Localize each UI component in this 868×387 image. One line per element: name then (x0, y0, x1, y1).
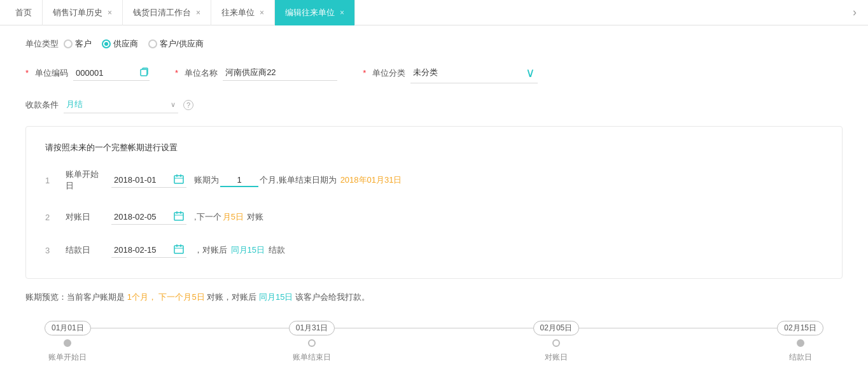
timeline-badge-3: 02月05日 (533, 321, 580, 335)
tab-partner-label: 往来单位 (221, 7, 255, 18)
svg-rect-5 (174, 213, 183, 220)
payment-terms-select[interactable]: 月结 ∨ (64, 96, 178, 113)
row-1-desc-prefix: 账期为 (194, 174, 219, 186)
preview-suffix: 该客户会给我打款。 (295, 292, 370, 302)
panel-title: 请按照未来的一个完整帐期进行设置 (45, 142, 823, 153)
tab-cash-work-label: 钱货日清工作台 (133, 7, 191, 18)
radio-supplier[interactable]: 供应商 (102, 38, 138, 50)
setting-row-1: 1 账单开始日 账期为 个月,账单结束日期为 2018年01月31日 (45, 169, 823, 192)
row-2-label: 对账日 (66, 211, 104, 223)
row-2-highlight-day: 月5日 (223, 211, 244, 223)
preview-period: 1个月， (127, 292, 157, 302)
radio-customer[interactable]: 客户 (64, 38, 92, 50)
tab-cash-work[interactable]: 钱货日清工作台 × (123, 0, 211, 25)
timeline-badge-4: 02月15日 (777, 321, 823, 335)
timeline-dot-1 (64, 339, 71, 347)
row-3-date-field (111, 243, 186, 258)
tab-partner-close[interactable]: × (260, 8, 264, 17)
timeline-label-4: 结款日 (789, 352, 812, 363)
svg-rect-1 (174, 176, 183, 183)
tab-more-button[interactable]: › (846, 6, 863, 19)
radio-both-label: 客户/供应商 (160, 38, 204, 50)
row-3-desc-suffix: 结款 (269, 244, 285, 256)
unit-name-input[interactable] (223, 66, 337, 81)
radio-supplier-label: 供应商 (113, 38, 138, 50)
main-content: 单位类型 客户 供应商 客户/供应商 * 单位编码 (0, 25, 868, 387)
timeline-point-2: 01月31日 账单结束日 (289, 321, 335, 363)
row-1-date-field (111, 172, 186, 188)
row-2-desc-prefix: ,下一个 (194, 211, 221, 223)
radio-customer-circle (64, 39, 73, 48)
unit-code-copy-icon[interactable] (139, 67, 150, 79)
unit-type-label: 单位类型 (25, 38, 59, 50)
timeline-dot-2 (308, 339, 316, 347)
timeline: 01月01日 账单开始日 01月31日 账单结束日 02月05日 对账日 02月… (25, 321, 843, 363)
svg-rect-0 (141, 69, 147, 76)
payment-terms-item: 收款条件 月结 ∨ ? (25, 96, 193, 113)
settings-panel: 请按照未来的一个完整帐期进行设置 1 账单开始日 账期为 个 (25, 126, 843, 279)
unit-category-select[interactable]: 未分类 ∨ (410, 62, 538, 83)
radio-both-circle (148, 39, 157, 48)
tab-edit-partner-label: 编辑往来单位 (285, 7, 335, 18)
row-1-highlight-date: 2018年01月31日 (340, 174, 402, 186)
radio-supplier-circle (102, 39, 111, 48)
unit-code-item: * 单位编码 (25, 66, 150, 81)
payment-terms-row: 收款条件 月结 ∨ ? (25, 96, 843, 113)
row-1-date-input[interactable] (114, 175, 171, 185)
payment-terms-help-icon[interactable]: ? (183, 100, 193, 110)
tab-edit-partner[interactable]: 编辑往来单位 × (275, 0, 355, 25)
row-1-desc: 账期为 个月,账单结束日期为 2018年01月31日 (194, 174, 402, 187)
row-2-date-input[interactable] (114, 212, 171, 222)
row-1-num: 1 (45, 176, 58, 185)
radio-customer-label: 客户 (75, 38, 92, 50)
row-2-calendar-icon[interactable] (174, 211, 184, 223)
radio-group: 客户 供应商 客户/供应商 (64, 38, 204, 50)
row-3-desc-prefix: ，对账后 (194, 244, 227, 256)
row-3-desc: ，对账后 同月15日 结款 (194, 244, 285, 256)
unit-name-label: 单位名称 (185, 67, 218, 79)
row-1-desc-suffix: 个月,账单结束日期为 (260, 174, 337, 186)
preview-label: 账期预览：当前客户账期是 (25, 292, 125, 302)
row-2-num: 2 (45, 213, 58, 222)
unit-category-item: * 单位分类 未分类 ∨ (363, 62, 538, 83)
radio-both[interactable]: 客户/供应商 (148, 38, 204, 50)
setting-row-2: 2 对账日 ,下一个 月5日 对账 (45, 209, 823, 225)
row-2-desc-suffix: 对账 (245, 211, 264, 223)
row-3-date-input[interactable] (114, 245, 171, 255)
timeline-point-1: 01月01日 账单开始日 (45, 321, 91, 363)
payment-terms-arrow: ∨ (171, 101, 176, 109)
unit-category-label: 单位分类 (372, 67, 405, 79)
timeline-label-2: 账单结束日 (293, 352, 331, 363)
row-1-calendar-icon[interactable] (174, 174, 184, 186)
tab-sales-history-close[interactable]: × (108, 8, 112, 17)
setting-row-3: 3 结款日 ，对账后 同月15日 结款 (45, 243, 823, 258)
timeline-line (45, 328, 823, 328)
tab-bar: 首页 销售订单历史 × 钱货日清工作台 × 往来单位 × 编辑往来单位 × › (0, 0, 868, 25)
row-1-label: 账单开始日 (66, 169, 104, 192)
timeline-label-3: 对账日 (545, 352, 568, 363)
preview-section: 账期预览：当前客户账期是 1个月， 下一个月5日 对账，对账后 同月15日 该客… (25, 292, 843, 303)
payment-terms-label: 收款条件 (25, 99, 59, 111)
unit-category-arrow: ∨ (526, 65, 535, 80)
tab-sales-history-label: 销售订单历史 (53, 7, 102, 18)
unit-type-row: 单位类型 客户 供应商 客户/供应商 (25, 38, 843, 50)
unit-code-label: 单位编码 (35, 67, 68, 79)
unit-code-input[interactable] (73, 66, 137, 80)
row-3-label: 结款日 (66, 244, 104, 256)
unit-category-value: 未分类 (413, 67, 526, 78)
tab-cash-work-close[interactable]: × (196, 8, 200, 17)
unit-info-row: * 单位编码 * 单位名称 * 单位分类 未分类 ∨ (25, 62, 843, 83)
tab-edit-partner-close[interactable]: × (340, 8, 344, 17)
unit-name-item: * 单位名称 (175, 66, 337, 81)
tab-home[interactable]: 首页 (5, 0, 43, 25)
unit-type-item: 单位类型 客户 供应商 客户/供应商 (25, 38, 204, 50)
tab-partner[interactable]: 往来单位 × (211, 0, 275, 25)
period-input[interactable] (220, 174, 258, 187)
preview-payment: 同月15日 (259, 292, 293, 302)
row-3-highlight-day: 同月15日 (228, 244, 267, 256)
timeline-badge-1: 01月01日 (45, 321, 91, 335)
row-3-calendar-icon[interactable] (174, 244, 184, 256)
tab-sales-history[interactable]: 销售订单历史 × (43, 0, 123, 25)
row-2-desc: ,下一个 月5日 对账 (194, 211, 263, 223)
row-2-date-field (111, 209, 186, 225)
